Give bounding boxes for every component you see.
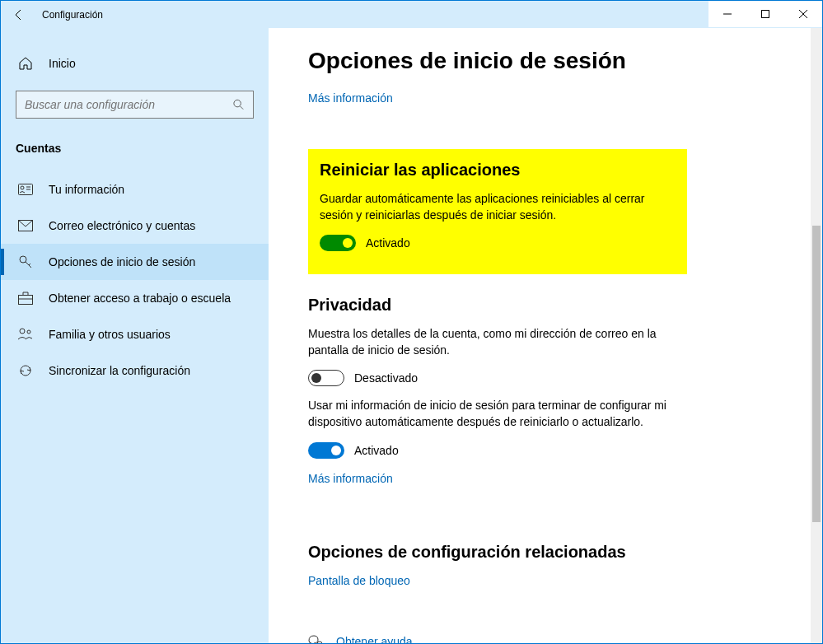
restart-apps-toggle[interactable] — [320, 235, 356, 251]
people-icon — [17, 328, 34, 341]
svg-rect-14 — [19, 296, 33, 305]
scrollbar-thumb[interactable] — [812, 226, 821, 522]
sidebar-item-label: Sincronizar la configuración — [49, 364, 190, 377]
sidebar-section-header: Cuentas — [1, 119, 269, 160]
maximize-icon — [761, 10, 769, 18]
svg-point-11 — [20, 256, 26, 263]
restart-apps-state: Activado — [366, 236, 410, 250]
svg-line-13 — [29, 264, 30, 265]
sidebar-item-sync[interactable]: Sincronizar la configuración — [1, 352, 269, 389]
sidebar: Inicio Cuentas Tu información Correo ele… — [1, 28, 269, 643]
restart-apps-heading: Reiniciar las aplicaciones — [320, 161, 676, 180]
svg-line-12 — [26, 262, 31, 268]
minimize-button[interactable] — [708, 1, 746, 27]
key-icon — [17, 254, 34, 269]
privacy-signin-info-toggle[interactable] — [308, 442, 344, 459]
briefcase-icon — [17, 292, 34, 305]
more-info-link[interactable]: Más información — [308, 91, 393, 105]
privacy-section: Privacidad Muestra los detalles de la cu… — [308, 296, 789, 501]
sidebar-item-your-info[interactable]: Tu información — [1, 171, 269, 208]
home-icon — [17, 56, 34, 71]
sync-icon — [17, 363, 34, 378]
svg-line-5 — [240, 106, 243, 110]
svg-point-4 — [234, 100, 241, 106]
privacy-more-info-link[interactable]: Más información — [308, 472, 393, 485]
privacy-state1: Desactivado — [354, 371, 418, 385]
arrow-left-icon — [12, 8, 26, 21]
maximize-button[interactable] — [746, 1, 784, 27]
restart-apps-desc: Guardar automáticamente las aplicaciones… — [320, 191, 676, 223]
svg-rect-1 — [762, 11, 769, 18]
home-label: Inicio — [49, 57, 76, 70]
mail-icon — [17, 220, 34, 231]
close-icon — [799, 10, 807, 18]
content-pane: Opciones de inicio de sesión Más informa… — [269, 28, 822, 643]
help-icon — [308, 635, 325, 643]
svg-point-16 — [20, 329, 25, 334]
restart-apps-section: Reiniciar las aplicaciones Guardar autom… — [308, 149, 687, 274]
related-heading: Opciones de configuración relacionadas — [308, 543, 789, 562]
svg-point-7 — [21, 186, 24, 189]
privacy-heading: Privacidad — [308, 296, 789, 315]
privacy-desc2: Usar mi información de inicio de sesión … — [308, 398, 695, 430]
search-field[interactable] — [25, 98, 232, 111]
sidebar-item-label: Opciones de inicio de sesión — [49, 255, 195, 268]
search-icon — [232, 98, 245, 111]
sidebar-item-email-accounts[interactable]: Correo electrónico y cuentas — [1, 208, 269, 244]
person-card-icon — [17, 184, 34, 195]
search-input[interactable] — [16, 91, 254, 119]
privacy-account-details-toggle[interactable] — [308, 370, 344, 386]
close-button[interactable] — [784, 1, 822, 27]
get-help-link[interactable]: Obtener ayuda — [336, 635, 413, 643]
svg-point-18 — [317, 642, 322, 643]
sidebar-item-label: Obtener acceso a trabajo o escuela — [49, 292, 231, 305]
sidebar-item-label: Correo electrónico y cuentas — [49, 219, 195, 232]
back-button[interactable] — [1, 1, 37, 28]
window-title: Configuración — [42, 9, 103, 21]
page-title: Opciones de inicio de sesión — [308, 48, 789, 74]
home-nav[interactable]: Inicio — [1, 48, 269, 79]
related-section: Opciones de configuración relacionadas P… — [308, 543, 789, 604]
scrollbar[interactable] — [811, 28, 822, 643]
minimize-icon — [723, 10, 732, 18]
privacy-state2: Activado — [354, 444, 399, 457]
sidebar-item-work-school[interactable]: Obtener acceso a trabajo o escuela — [1, 280, 269, 316]
sidebar-item-label: Tu información — [49, 183, 124, 196]
lock-screen-link[interactable]: Pantalla de bloqueo — [308, 574, 410, 587]
svg-point-17 — [27, 330, 30, 334]
sidebar-item-label: Familia y otros usuarios — [49, 328, 171, 341]
sidebar-item-family[interactable]: Familia y otros usuarios — [1, 316, 269, 352]
sidebar-item-signin-options[interactable]: Opciones de inicio de sesión — [1, 244, 269, 280]
privacy-desc1: Muestra los detalles de la cuenta, como … — [308, 326, 695, 358]
